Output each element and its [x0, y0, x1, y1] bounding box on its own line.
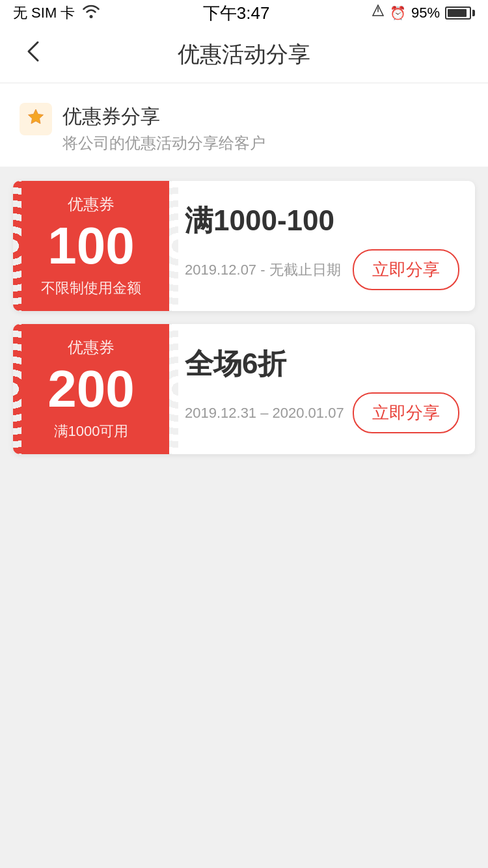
- coupon-left-2: 优惠券 200 满1000可用: [13, 324, 169, 454]
- carrier-label: 无 SIM 卡: [13, 3, 75, 23]
- location-icon: [372, 4, 385, 22]
- coupon-type-label-2: 优惠券: [68, 337, 115, 358]
- nav-bar: 优惠活动分享: [0, 26, 488, 83]
- status-bar: 无 SIM 卡 下午3:47 ⏰ 95%: [0, 0, 488, 26]
- status-left: 无 SIM 卡: [13, 3, 101, 23]
- share-button-2[interactable]: 立即分享: [353, 392, 459, 433]
- page-title: 优惠活动分享: [178, 40, 310, 70]
- coupon-list: 优惠券 100 不限制使用金额 满1000-100 2019.12.07 - 无…: [0, 168, 488, 467]
- coupon-date-1: 2019.12.07 - 无截止日期: [185, 260, 346, 280]
- coupon-date-2: 2019.12.31 – 2020.01.07: [185, 405, 346, 422]
- coupon-left-1: 优惠券 100 不限制使用金额: [13, 181, 169, 311]
- wifi-icon: [81, 4, 101, 22]
- back-button[interactable]: [20, 33, 47, 75]
- coupon-value-1: 100: [47, 220, 134, 272]
- coupon-condition-1: 不限制使用金额: [41, 278, 141, 298]
- coupon-bottom-1: 2019.12.07 - 无截止日期 立即分享: [185, 249, 459, 290]
- battery-percent: 95%: [411, 5, 440, 21]
- coupon-right-1: 满1000-100 2019.12.07 - 无截止日期 立即分享: [169, 181, 475, 311]
- coupon-name-1: 满1000-100: [185, 202, 459, 240]
- empty-area: [0, 467, 488, 858]
- coupon-type-label-1: 优惠券: [68, 194, 115, 215]
- coupon-name-2: 全场6折: [185, 345, 459, 383]
- coupon-condition-2: 满1000可用: [54, 422, 129, 441]
- alarm-icon: ⏰: [390, 5, 406, 21]
- status-time: 下午3:47: [203, 2, 270, 25]
- coupon-right-2: 全场6折 2019.12.31 – 2020.01.07 立即分享: [169, 324, 475, 454]
- section-header: 优惠券分享 将公司的优惠活动分享给客户: [0, 83, 488, 167]
- status-right: ⏰ 95%: [372, 4, 475, 22]
- battery-icon: [445, 7, 475, 20]
- coupon-bottom-2: 2019.12.31 – 2020.01.07 立即分享: [185, 392, 459, 433]
- section-title: 优惠券分享: [62, 103, 265, 130]
- section-text: 优惠券分享 将公司的优惠活动分享给客户: [62, 103, 265, 154]
- coupon-value-2: 200: [47, 363, 134, 415]
- share-button-1[interactable]: 立即分享: [353, 249, 459, 290]
- coupon-card: 优惠券 100 不限制使用金额 满1000-100 2019.12.07 - 无…: [13, 181, 475, 311]
- coupon-card-2: 优惠券 200 满1000可用 全场6折 2019.12.31 – 2020.0…: [13, 324, 475, 454]
- section-description: 将公司的优惠活动分享给客户: [62, 133, 265, 154]
- coupon-share-icon: [20, 103, 52, 135]
